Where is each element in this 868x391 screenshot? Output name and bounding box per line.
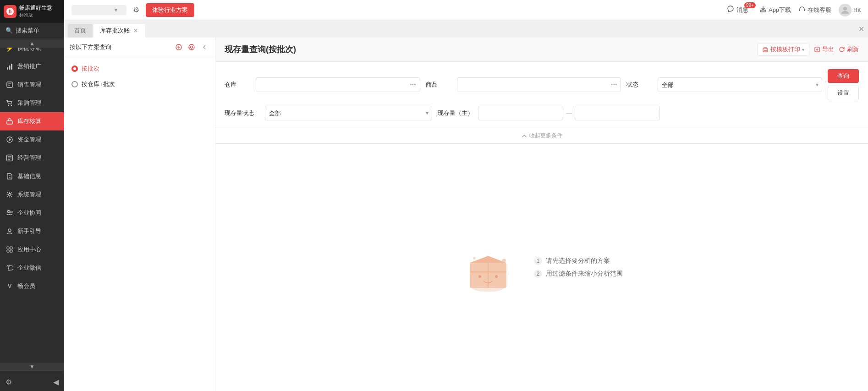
sidebar-settings-icon[interactable]: ⚙ (5, 378, 12, 386)
topbar-search-input[interactable] (75, 7, 112, 13)
status-select[interactable]: 全部 正常 告警 (658, 77, 822, 92)
sidebar-item-finance[interactable]: 资金管理 (0, 130, 64, 149)
app-download-btn[interactable]: App下载 (759, 5, 791, 14)
sidebar-footer: ⚙ ◀ (0, 373, 64, 391)
inventory-icon (5, 117, 14, 125)
topbar-chevron-icon[interactable]: ▾ (115, 7, 117, 13)
finance-icon (5, 136, 14, 144)
sidebar-scroll-down[interactable]: ▼ (0, 363, 64, 371)
topbar-gear-icon[interactable]: ⚙ (131, 4, 141, 16)
product-dots-menu[interactable]: ··· (611, 81, 617, 89)
tabs-bar: 首页 库存批次账 ✕ ✕ (64, 20, 868, 38)
query-btn[interactable]: 查询 (828, 69, 859, 83)
search-icon: 🔍 (5, 27, 13, 34)
sidebar-toggle-icon[interactable]: ◀ (53, 378, 59, 386)
action-buttons: 查询 设置 (828, 69, 859, 100)
app-download-label: App下载 (769, 6, 791, 14)
tip-num-2: 2 (534, 270, 542, 278)
tab-inventory-batch[interactable]: 库存批次账 ✕ (93, 24, 145, 38)
svg-rect-25 (10, 250, 12, 252)
operations-icon (5, 154, 14, 162)
filter-item-product: 商品 ··· (426, 77, 621, 92)
refresh-btn[interactable]: 刷新 (839, 45, 859, 54)
scheme-item-batch[interactable]: 按批次 (64, 61, 215, 76)
tab-inventory-batch-label: 库存批次账 (100, 27, 130, 35)
svg-point-29 (843, 7, 847, 11)
newbie-icon (5, 227, 14, 235)
tab-panel-close-icon[interactable]: ✕ (858, 25, 864, 33)
sidebar-item-enterprise-wechat[interactable]: 企业微信 (0, 259, 64, 277)
sales-icon (5, 81, 14, 89)
collapse-btn[interactable]: 收起更多条件 (521, 132, 562, 140)
stock-amount-label: 现存量（主） (438, 109, 474, 117)
left-panel-header: 按以下方案查询 (64, 38, 215, 57)
topbar-search-area: ▾ (71, 5, 126, 15)
online-service-label: 在线客服 (808, 6, 831, 14)
scheme-item-warehouse-batch[interactable]: 按仓库+批次 (64, 76, 215, 92)
left-panel-title: 按以下方案查询 (70, 43, 170, 51)
page-header: 现存量查询(按批次) 按模板打印 ▾ 导出 刷新 (215, 38, 868, 62)
sidebar-item-inventory[interactable]: 库存核算 (0, 112, 64, 130)
sidebar-search[interactable]: 🔍 搜索菜单 (0, 23, 64, 39)
svg-rect-26 (760, 10, 766, 12)
enterprise-wechat-icon (5, 264, 14, 272)
experience-btn[interactable]: 体验行业方案 (146, 3, 194, 17)
tip-num-1: 1 (534, 257, 542, 265)
product-input-wrapper[interactable]: ··· (457, 77, 621, 92)
message-btn[interactable]: 消息 99+ (726, 5, 752, 15)
sidebar-item-purchase[interactable]: 采购管理 (0, 94, 64, 112)
tab-close-icon[interactable]: ✕ (132, 27, 139, 34)
stock-amount-max[interactable] (575, 106, 660, 120)
print-btn[interactable]: 按模板打印 ▾ (757, 43, 809, 56)
status-select-wrapper: 全部 正常 告警 ▾ (658, 77, 822, 92)
warehouse-input-wrapper[interactable]: ··· (256, 77, 420, 92)
print-chevron-icon: ▾ (802, 47, 804, 52)
settings-btn[interactable]: 设置 (828, 86, 859, 100)
sidebar-item-app-center[interactable]: 应用中心 (0, 240, 64, 259)
sidebar-item-system[interactable]: 系统管理 (0, 185, 64, 204)
manage-scheme-btn[interactable] (187, 42, 197, 52)
sidebar-item-label: 畅会员 (17, 282, 35, 290)
stock-status-select[interactable]: 全部 正常 告警 (265, 106, 432, 120)
sidebar-item-enterprise[interactable]: 企业协同 (0, 204, 64, 222)
stock-amount-range: — (478, 106, 660, 120)
left-panel: 按以下方案查询 按批次 (64, 38, 215, 391)
sidebar-item-sales[interactable]: 销售管理 (0, 76, 64, 94)
export-btn[interactable]: 导出 (814, 45, 834, 54)
svg-rect-10 (7, 121, 12, 124)
sidebar-item-marketing[interactable]: 营销推广 (0, 57, 64, 76)
sidebar-item-label: 资金管理 (17, 136, 41, 144)
svg-point-9 (11, 104, 12, 105)
system-icon (5, 190, 14, 199)
filter-row-2: 现存量状态 全部 正常 告警 ▾ 现存量（主） (225, 106, 859, 120)
app-version: 标准版 (19, 12, 52, 18)
refresh-btn-label: 刷新 (847, 45, 859, 54)
svg-rect-2 (7, 67, 8, 70)
message-badge: 99+ (744, 2, 756, 8)
sidebar-item-basic-info[interactable]: 基础信息 (0, 167, 64, 185)
stock-status-label: 现存量状态 (225, 109, 261, 117)
stock-amount-min[interactable] (478, 106, 563, 120)
basic-info-icon (5, 172, 14, 180)
sidebar-item-newbie[interactable]: 新手引导 (0, 222, 64, 240)
export-btn-label: 导出 (822, 45, 834, 54)
collapse-left-panel-btn[interactable] (199, 42, 209, 52)
sidebar-scroll-up[interactable]: ▲ (0, 39, 64, 48)
svg-point-8 (8, 104, 9, 105)
left-panel-body: 按批次 按仓库+批次 (64, 57, 215, 391)
online-service-btn[interactable]: 在线客服 (798, 5, 831, 14)
svg-text:b: b (9, 9, 12, 14)
add-scheme-btn[interactable] (174, 42, 184, 52)
warehouse-dots-menu[interactable]: ··· (410, 81, 416, 89)
tab-home[interactable]: 首页 (68, 24, 93, 38)
sidebar: b 畅康通好生意 标准版 ▲ 🔍 搜索菜单 ⚡ 快捷导航 营销推广 销售管理 (0, 0, 64, 391)
sidebar-item-vip[interactable]: V 畅会员 (0, 277, 64, 295)
user-area[interactable]: Rit (839, 4, 861, 16)
empty-state: 1 请先选择要分析的方案 2 用过滤条件来缩小分析范围 (215, 144, 868, 391)
app-name: 畅康通好生意 (19, 5, 52, 12)
vip-icon: V (5, 282, 14, 290)
svg-point-50 (473, 257, 476, 260)
tip-text-1: 请先选择要分析的方案 (546, 257, 610, 265)
product-label: 商品 (426, 81, 453, 89)
sidebar-item-operations[interactable]: 经营管理 (0, 149, 64, 167)
